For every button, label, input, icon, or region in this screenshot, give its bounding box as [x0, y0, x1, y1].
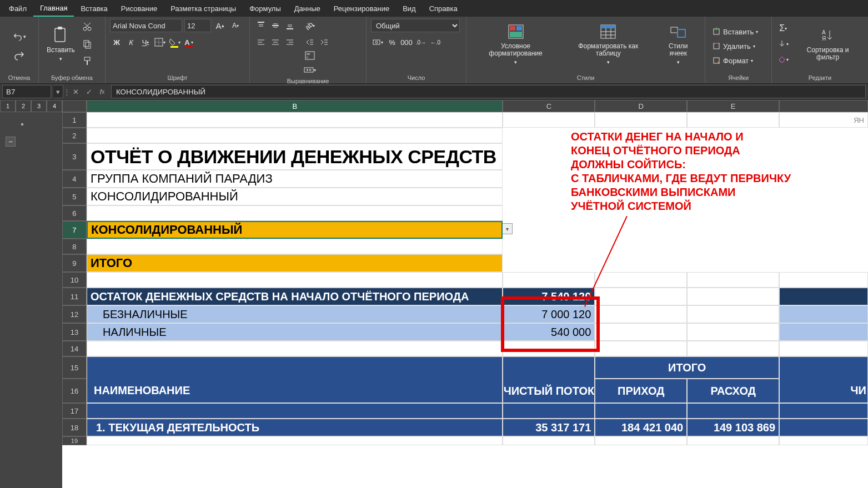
insert-cells-button[interactable]: Вставить▾: [710, 25, 760, 38]
row-header-13[interactable]: 13: [62, 323, 87, 341]
align-bottom-button[interactable]: [283, 19, 297, 32]
italic-button[interactable]: К: [124, 36, 138, 49]
currency-button[interactable]: ▾: [371, 36, 384, 49]
cell-noncash-label[interactable]: БЕЗНАЛИЧНЫЕ: [87, 305, 503, 323]
row-header-19[interactable]: 19: [62, 436, 87, 445]
align-right-button[interactable]: [283, 36, 297, 49]
formula-input[interactable]: [111, 85, 866, 98]
accept-formula-button[interactable]: ✓: [82, 85, 96, 98]
sort-filter-button[interactable]: АЯ Сортировка и фильтр: [792, 19, 864, 69]
format-painter-button[interactable]: [81, 54, 94, 68]
decrease-font-button[interactable]: A▾: [229, 19, 242, 32]
col-header-c[interactable]: C: [503, 100, 595, 112]
col-header-f[interactable]: [779, 100, 868, 112]
row-header-17[interactable]: 17: [62, 403, 87, 419]
menu-pagelayout[interactable]: Разметка страницы: [164, 1, 243, 16]
col-header-e[interactable]: E: [687, 100, 779, 112]
font-color-button[interactable]: А▾: [182, 36, 195, 49]
cell-section-1-income[interactable]: 184 421 040: [595, 419, 687, 436]
format-cells-button[interactable]: Формат▾: [710, 54, 755, 67]
cell-col-flow[interactable]: [503, 356, 595, 379]
comma-button[interactable]: 000: [400, 36, 413, 49]
orientation-button[interactable]: ab▾: [303, 19, 317, 32]
align-middle-button[interactable]: [269, 19, 282, 32]
menu-home[interactable]: Главная: [33, 1, 74, 17]
cell-itogo[interactable]: ИТОГО: [87, 254, 503, 272]
cell-section-1-flow[interactable]: 35 317 171: [503, 419, 595, 436]
insert-function-button[interactable]: fx: [96, 85, 109, 98]
number-format-select[interactable]: Общий: [371, 19, 460, 32]
align-top-button[interactable]: [254, 19, 268, 32]
cut-button[interactable]: [81, 20, 94, 33]
cell-cash-value[interactable]: 540 000: [503, 323, 595, 341]
row-header-7[interactable]: 7: [62, 221, 87, 239]
row-header-11[interactable]: 11: [62, 288, 87, 305]
row-header-3[interactable]: 3: [62, 143, 87, 170]
row-header-2[interactable]: 2: [62, 128, 87, 143]
cell-b1[interactable]: [87, 112, 503, 128]
cell-col-income[interactable]: ПРИХОД: [595, 379, 687, 403]
row-header-8[interactable]: 8: [62, 239, 87, 254]
copy-button[interactable]: [81, 37, 94, 51]
borders-button[interactable]: ▾: [153, 36, 167, 49]
cell-styles-button[interactable]: Стили ячеек▾: [656, 19, 700, 69]
merge-center-button[interactable]: ▾: [258, 63, 362, 77]
cell-title[interactable]: ОТЧЁТ О ДВИЖЕНИИ ДЕНЕЖНЫХ СРЕДСТВ: [87, 143, 503, 170]
menu-view[interactable]: Вид: [396, 1, 423, 16]
bold-button[interactable]: Ж: [110, 36, 123, 49]
percent-button[interactable]: %: [385, 36, 399, 49]
row-header-9[interactable]: 9: [62, 254, 87, 272]
undo-button[interactable]: ▾: [13, 30, 26, 43]
cell-section-1[interactable]: 1. ТЕКУЩАЯ ДЕЯТЕЛЬНОСТЬ: [87, 419, 503, 436]
name-box-dropdown[interactable]: ▾: [53, 85, 63, 98]
outline-collapse-button[interactable]: −: [6, 137, 16, 147]
conditional-formatting-button[interactable]: Условное форматирование▾: [471, 19, 560, 69]
row-header-6[interactable]: 6: [62, 205, 87, 221]
increase-font-button[interactable]: A▴: [213, 19, 227, 32]
decrease-decimal-button[interactable]: ←.0: [429, 36, 442, 49]
increase-indent-button[interactable]: [318, 36, 331, 49]
row-header-4[interactable]: 4: [62, 170, 87, 188]
outline-level-4[interactable]: 4: [47, 100, 62, 112]
redo-button[interactable]: [13, 49, 26, 62]
delete-cells-button[interactable]: Удалить▾: [710, 39, 757, 53]
outline-level-3[interactable]: 3: [31, 100, 47, 112]
col-header-d[interactable]: D: [595, 100, 687, 112]
underline-button[interactable]: Ч▾: [139, 36, 152, 49]
row-header-10[interactable]: 10: [62, 272, 87, 288]
cancel-formula-button[interactable]: ✕: [69, 85, 82, 98]
clear-button[interactable]: ▾: [776, 53, 790, 66]
menu-file[interactable]: Файл: [2, 1, 33, 16]
row-header-14[interactable]: 14: [62, 341, 87, 356]
outline-level-2[interactable]: 2: [16, 100, 31, 112]
row-header-5[interactable]: 5: [62, 188, 87, 205]
font-name-select[interactable]: [110, 19, 182, 32]
decrease-indent-button[interactable]: [303, 36, 317, 49]
menu-help[interactable]: Справка: [423, 1, 464, 16]
format-as-table-button[interactable]: Форматировать как таблицу▾: [563, 19, 654, 69]
row-header-18[interactable]: 18: [62, 419, 87, 436]
name-box[interactable]: [2, 85, 51, 98]
paste-button[interactable]: Вставить ▾: [43, 19, 78, 69]
font-size-select[interactable]: [184, 19, 211, 32]
row-header-15[interactable]: 15: [62, 356, 87, 379]
align-center-button[interactable]: [269, 36, 282, 49]
cell-col-itogo-span[interactable]: ИТОГО: [595, 356, 779, 379]
outline-level-1[interactable]: 1: [0, 100, 16, 112]
wrap-text-button[interactable]: abc: [258, 49, 362, 62]
cell-cash-label[interactable]: НАЛИЧНЫЕ: [87, 323, 503, 341]
fill-color-button[interactable]: ▾: [168, 36, 181, 49]
menu-insert[interactable]: Вставка: [74, 1, 114, 16]
cell-dropdown-button[interactable]: ▾: [503, 223, 513, 234]
cell-section-1-expense[interactable]: 149 103 869: [687, 419, 779, 436]
cell-balance-start-value[interactable]: 7 540 120: [503, 288, 595, 305]
cell-balance-start-label[interactable]: ОСТАТОК ДЕНЕЖНЫХ СРЕДСТВ НА НАЧАЛО ОТЧЁТ…: [87, 288, 503, 305]
cell-col-name[interactable]: [87, 356, 503, 379]
select-all-corner[interactable]: [62, 100, 87, 112]
cell-col-expense[interactable]: РАСХОД: [687, 379, 779, 403]
menu-review[interactable]: Рецензирование: [327, 1, 396, 16]
menu-draw[interactable]: Рисование: [114, 1, 164, 16]
menu-formulas[interactable]: Формулы: [243, 1, 288, 16]
increase-decimal-button[interactable]: .0→: [414, 36, 428, 49]
cell-b7-active[interactable]: КОНСОЛИДИРОВАННЫЙ: [87, 221, 503, 239]
